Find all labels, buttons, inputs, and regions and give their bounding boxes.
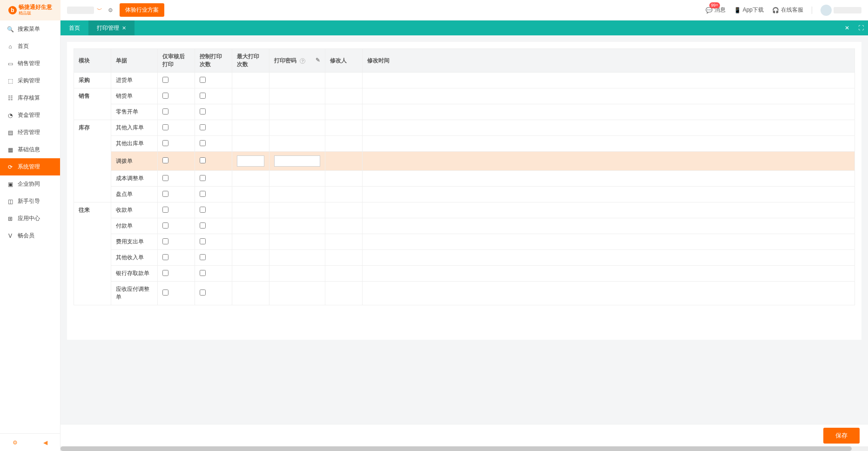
online-service-button[interactable]: 🎧 在线客服 xyxy=(772,6,803,14)
doc-cell: 收款单 xyxy=(111,202,158,218)
headset-icon: 🎧 xyxy=(772,7,779,13)
max-count-cell xyxy=(232,88,269,104)
sidebar-item-basic[interactable]: ▦基础信息 xyxy=(0,141,60,158)
limit-count-checkbox[interactable] xyxy=(200,93,206,99)
doc-cell: 盘点单 xyxy=(111,187,158,202)
content-scroll[interactable]: 模块 单据 仅审核后打印 控制打印次数 最大打印次数 打印密码 ? ✎ 修改人 xyxy=(61,35,868,424)
doc-cell: 其他入库单 xyxy=(111,120,158,136)
sidebar-item-inventory[interactable]: ☷库存核算 xyxy=(0,89,60,107)
after-audit-checkbox[interactable] xyxy=(162,222,168,229)
limit-count-checkbox[interactable] xyxy=(200,270,206,276)
settings-gear-icon[interactable]: ⚙ xyxy=(13,439,18,446)
limit-count-checkbox[interactable] xyxy=(200,140,206,146)
sidebar-item-home[interactable]: ⌂首页 xyxy=(0,38,60,55)
limit-count-checkbox[interactable] xyxy=(200,77,206,83)
sidebar-item-vip[interactable]: V畅会员 xyxy=(0,227,60,244)
collapse-icon[interactable]: ◀︎ xyxy=(43,439,47,446)
after-audit-checkbox[interactable] xyxy=(162,124,168,130)
after-audit-checkbox[interactable] xyxy=(162,108,168,114)
save-button[interactable]: 保存 xyxy=(823,428,860,444)
after-audit-checkbox[interactable] xyxy=(162,270,168,276)
funds-icon: ◔ xyxy=(7,112,14,119)
after-audit-checkbox[interactable] xyxy=(162,191,168,197)
limit-count-checkbox[interactable] xyxy=(200,191,206,197)
appcenter-icon: ⊞ xyxy=(7,215,14,222)
password-cell xyxy=(269,234,325,250)
max-count-cell xyxy=(232,202,269,218)
limit-count-cell xyxy=(195,234,232,250)
after-audit-checkbox[interactable] xyxy=(162,77,168,83)
after-audit-checkbox[interactable] xyxy=(162,254,168,260)
modtime-cell xyxy=(363,234,855,250)
max-count-cell xyxy=(232,104,269,120)
app-download-button[interactable]: 📱 App下载 xyxy=(734,6,764,14)
limit-count-checkbox[interactable] xyxy=(200,254,206,260)
modifier-cell xyxy=(325,73,363,88)
modtime-cell xyxy=(363,136,855,152)
tab-home[interactable]: 首页 xyxy=(61,20,88,35)
close-icon[interactable]: ✕ xyxy=(122,25,126,31)
edit-icon[interactable]: ✎ xyxy=(316,57,320,63)
limit-count-checkbox[interactable] xyxy=(200,238,206,244)
sidebar-item-operation[interactable]: ▤经营管理 xyxy=(0,124,60,141)
max-count-cell xyxy=(232,266,269,282)
limit-count-checkbox[interactable] xyxy=(200,157,206,163)
sidebar-item-guide[interactable]: ◫新手引导 xyxy=(0,193,60,210)
table-row: 付款单 xyxy=(74,218,855,234)
after-audit-checkbox[interactable] xyxy=(162,140,168,146)
org-selector[interactable]: ﹀ xyxy=(67,6,102,14)
max-count-input[interactable] xyxy=(237,155,264,167)
after-audit-checkbox[interactable] xyxy=(162,238,168,244)
sidebar-item-appcenter[interactable]: ⊞应用中心 xyxy=(0,210,60,227)
horizontal-scrollbar[interactable] xyxy=(61,446,868,451)
modtime-cell xyxy=(363,104,855,120)
sidebar-item-search-menu[interactable]: 🔍搜索菜单 xyxy=(0,20,60,38)
tab-bar: 首页 打印管理 ✕ ✕ ⛶ xyxy=(61,20,868,35)
table-row: 库存其他入库单 xyxy=(74,120,855,136)
limit-count-cell xyxy=(195,250,232,266)
limit-count-checkbox[interactable] xyxy=(200,289,206,296)
limit-count-checkbox[interactable] xyxy=(200,124,206,130)
messages-badge: 99+ xyxy=(709,2,720,8)
after-audit-cell xyxy=(158,120,195,136)
modifier-cell xyxy=(325,218,363,234)
brand-logo[interactable]: b 畅捷通好生意 精品版 xyxy=(0,0,61,20)
module-cell: 往来 xyxy=(74,202,111,305)
limit-count-cell xyxy=(195,282,232,305)
separator xyxy=(812,7,812,14)
messages-button[interactable]: 💬 消息 99+ xyxy=(706,6,726,14)
limit-count-checkbox[interactable] xyxy=(200,108,206,114)
industry-cta-button[interactable]: 体验行业方案 xyxy=(120,3,164,17)
after-audit-checkbox[interactable] xyxy=(162,289,168,296)
sidebar-item-funds[interactable]: ◔资金管理 xyxy=(0,107,60,124)
limit-count-checkbox[interactable] xyxy=(200,175,206,181)
module-cell: 采购 xyxy=(74,73,111,88)
sidebar-item-purchase[interactable]: ⬚采购管理 xyxy=(0,72,60,89)
collab-icon: ▣ xyxy=(7,181,14,188)
sidebar-item-collab[interactable]: ▣企业协同 xyxy=(0,175,60,193)
col-after-audit: 仅审核后打印 xyxy=(158,49,195,73)
gear-icon[interactable]: ⚙ xyxy=(108,7,113,13)
modtime-cell xyxy=(363,266,855,282)
sidebar-item-sales[interactable]: ▭销售管理 xyxy=(0,55,60,72)
after-audit-checkbox[interactable] xyxy=(162,175,168,181)
after-audit-checkbox[interactable] xyxy=(162,207,168,213)
password-input[interactable] xyxy=(274,155,320,167)
sidebar-item-system[interactable]: ⟳系统管理 xyxy=(0,158,60,175)
col-modifier: 修改人 xyxy=(325,49,363,73)
scrollbar-thumb[interactable] xyxy=(61,446,852,451)
help-icon[interactable]: ? xyxy=(300,58,305,64)
after-audit-checkbox[interactable] xyxy=(162,157,168,163)
password-cell xyxy=(269,88,325,104)
user-menu[interactable] xyxy=(821,5,861,16)
fullscreen-icon[interactable]: ⛶ xyxy=(854,20,868,35)
password-cell xyxy=(269,250,325,266)
table-row: 销售销货单 xyxy=(74,88,855,104)
doc-cell: 零售开单 xyxy=(111,104,158,120)
limit-count-checkbox[interactable] xyxy=(200,222,206,229)
tab-print-manage[interactable]: 打印管理 ✕ xyxy=(88,20,135,35)
max-count-cell xyxy=(232,218,269,234)
limit-count-checkbox[interactable] xyxy=(200,207,206,213)
after-audit-checkbox[interactable] xyxy=(162,93,168,99)
tab-close-all-button[interactable]: ✕ xyxy=(840,20,854,35)
